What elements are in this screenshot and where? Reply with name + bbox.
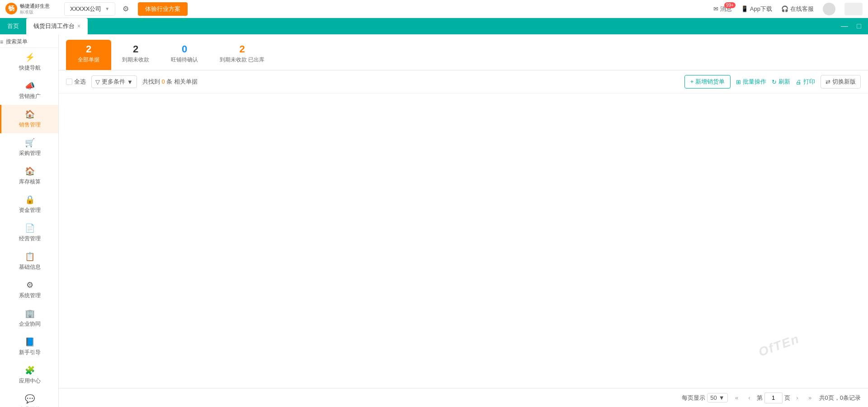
refresh-btn[interactable]: ↻ 刷新 [772, 78, 790, 86]
sidebar-item-basic[interactable]: 📋 基础信息 [0, 247, 58, 276]
tab-home[interactable]: 首页 [0, 18, 26, 34]
experience-button[interactable]: 体验行业方案 [138, 2, 188, 16]
capital-icon: 🔒 [25, 195, 35, 205]
content-inner: 2 全部单据 2 到期未收款 0 旺铺待确认 2 到期未收款 已出库 [59, 34, 868, 407]
first-page-btn[interactable]: « [731, 393, 742, 403]
filter-icon: ▽ [95, 79, 100, 85]
nav-tabs: 首页 钱货日清工作台 × — □ [0, 18, 868, 34]
system-icon: ⚙ [26, 280, 33, 290]
user-info[interactable] [844, 3, 863, 15]
expand-icon[interactable]: □ [854, 21, 864, 32]
checkbox-icon [66, 79, 72, 85]
card-all-label: 全部单据 [78, 56, 99, 64]
purchase-icon: 🛒 [25, 138, 35, 148]
sidebar-item-sales[interactable]: 🏠 销售管理 [0, 105, 58, 133]
sidebar-item-quick-nav[interactable]: ⚡ 快捷导航 [0, 48, 58, 76]
app-center-icon: 🧩 [25, 365, 35, 375]
prev-page-btn[interactable]: ‹ [744, 393, 755, 403]
sidebar: ≡ 搜索菜单 ⚡ 快捷导航 📣 营销推广 🏠 销售管理 🛒 采购管理 🏠 库存核… [0, 34, 59, 407]
nav-tabs-right: — □ [839, 21, 868, 32]
header-right: ✉ 消息 99+ 📱 App下载 🎧 在线客服 [713, 3, 863, 15]
basic-icon: 📋 [25, 252, 35, 262]
batch-icon: ⊞ [736, 79, 741, 85]
tab-active[interactable]: 钱货日清工作台 × [26, 18, 88, 34]
company-name: XXXXX公司 [70, 5, 101, 13]
sidebar-item-system[interactable]: ⚙ 系统管理 [0, 276, 58, 304]
select-all-checkbox[interactable]: 全选 [66, 78, 86, 86]
online-service-btn[interactable]: 🎧 在线客服 [781, 5, 814, 13]
top-header: 畅 畅捷通好生意 标准版 XXXXX公司 ▼ ⚙ 体验行业方案 ✉ 消息 99+… [0, 0, 868, 18]
close-tab-icon[interactable]: × [77, 23, 80, 29]
messages-badge: 99+ [724, 2, 736, 8]
status-cards: 2 全部单据 2 到期未收款 0 旺铺待确认 2 到期未收款 已出库 [59, 34, 868, 70]
message-icon: ✉ [713, 5, 718, 12]
total-records-text: 共0页，0条记录 [819, 394, 861, 402]
app-download-btn[interactable]: 📱 App下载 [741, 5, 772, 13]
messages-btn[interactable]: ✉ 消息 99+ [713, 5, 732, 13]
card-overdue[interactable]: 2 到期未收款 [111, 40, 160, 70]
table-area [59, 94, 868, 388]
card-pending[interactable]: 0 旺铺待确认 [160, 40, 209, 70]
filter-button[interactable]: ▽ 更多条件 ▼ [91, 75, 137, 88]
card-all[interactable]: 2 全部单据 [66, 40, 111, 70]
card-shipped-label: 到期未收款 已出库 [220, 56, 264, 64]
app-icon: 📱 [741, 5, 748, 12]
sidebar-item-inventory[interactable]: 🏠 库存核算 [0, 162, 58, 190]
last-page-btn[interactable]: » [805, 393, 816, 403]
toolbar: 全选 ▽ 更多条件 ▼ 共找到 0 条 相关单据 + 新增销货单 [59, 70, 868, 94]
card-all-count: 2 [86, 43, 91, 55]
sales-icon: 🏠 [25, 109, 35, 119]
guide-icon: 📘 [25, 337, 35, 347]
sidebar-item-operations[interactable]: 📄 经营管理 [0, 219, 58, 247]
card-shipped-count: 2 [240, 43, 245, 55]
logo-text: 畅捷通好生意 标准版 [20, 3, 50, 15]
next-page-btn[interactable]: › [792, 393, 803, 403]
chevron-down-icon: ▼ [105, 6, 109, 11]
logo-area: 畅 畅捷通好生意 标准版 [5, 3, 64, 15]
operations-icon: 📄 [25, 223, 35, 233]
page-size-select-box[interactable]: 50 ▼ [707, 393, 727, 402]
page-size-chevron-icon: ▼ [719, 394, 725, 401]
inventory-icon: 🏠 [25, 166, 35, 176]
card-pending-label: 旺铺待确认 [171, 56, 198, 64]
refresh-icon: ↻ [772, 79, 777, 85]
page-number-input[interactable] [764, 393, 783, 403]
enterprise-icon: 🏢 [25, 309, 35, 318]
company-selector[interactable]: XXXXX公司 ▼ [64, 2, 115, 16]
wechat-icon: 💬 [25, 394, 35, 404]
print-icon: 🖨 [796, 79, 802, 85]
marketing-icon: 📣 [25, 81, 35, 91]
filter-chevron-icon: ▼ [127, 79, 133, 85]
logo-icon: 畅 [5, 3, 17, 14]
page-navigation: « ‹ 第 页 › » [731, 393, 816, 403]
sidebar-item-guide[interactable]: 📘 新手引导 [0, 332, 58, 361]
sidebar-item-purchase[interactable]: 🛒 采购管理 [0, 133, 58, 162]
page-size-selector: 每页显示 50 ▼ [682, 393, 727, 402]
quick-nav-icon: ⚡ [25, 52, 35, 62]
main-layout: ≡ 搜索菜单 ⚡ 快捷导航 📣 营销推广 🏠 销售管理 🛒 采购管理 🏠 库存核… [0, 34, 868, 407]
sidebar-item-enterprise[interactable]: 🏢 企业协同 [0, 304, 58, 332]
switch-icon: ⇄ [826, 79, 830, 85]
settings-icon[interactable]: ⚙ [119, 2, 132, 16]
result-text: 共找到 0 条 相关单据 [142, 78, 198, 86]
card-overdue-label: 到期未收款 [122, 56, 149, 64]
avatar[interactable] [823, 3, 835, 15]
switch-version-button[interactable]: ⇄ 切换新版 [821, 75, 861, 89]
toolbar-right: + 新增销货单 ⊞ 批量操作 ↻ 刷新 🖨 打印 ⇄ [684, 75, 861, 89]
add-sales-order-button[interactable]: + 新增销货单 [684, 75, 731, 89]
service-icon: 🎧 [781, 5, 788, 12]
search-icon: ≡ [0, 39, 3, 45]
sidebar-search[interactable]: ≡ 搜索菜单 [0, 34, 58, 48]
sidebar-item-app-center[interactable]: 🧩 应用中心 [0, 361, 58, 389]
card-shipped[interactable]: 2 到期未收款 已出库 [209, 40, 275, 70]
sidebar-item-wechat[interactable]: 💬 企业微信 [0, 389, 58, 407]
print-btn[interactable]: 🖨 打印 [796, 78, 815, 86]
card-overdue-count: 2 [133, 43, 138, 55]
pagination-bar: 每页显示 50 ▼ « ‹ 第 页 › » 共0页，0条记录 [59, 388, 868, 407]
batch-operation-btn[interactable]: ⊞ 批量操作 [736, 78, 766, 86]
sidebar-item-capital[interactable]: 🔒 资金管理 [0, 190, 58, 219]
content-area: 2 全部单据 2 到期未收款 0 旺铺待确认 2 到期未收款 已出库 [59, 34, 868, 407]
card-pending-count: 0 [182, 43, 187, 55]
collapse-icon[interactable]: — [839, 21, 850, 32]
sidebar-item-marketing[interactable]: 📣 营销推广 [0, 76, 58, 105]
